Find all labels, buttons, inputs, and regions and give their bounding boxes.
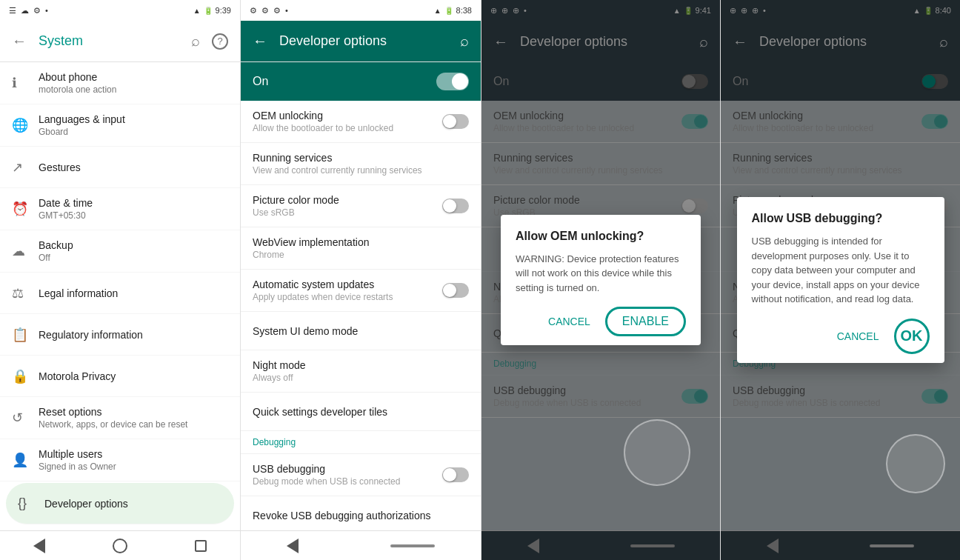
usb-dialog-actions: Cancel OK bbox=[752, 319, 930, 354]
dev-item-autoupdate-p2[interactable]: Automatic system updates Apply updates w… bbox=[241, 270, 481, 312]
legal-title: Legal information bbox=[39, 287, 228, 299]
dev-item-night-subtitle-p2: Always off bbox=[253, 373, 306, 383]
toggle-autoupdate-p2[interactable] bbox=[442, 283, 469, 298]
datetime-content: Date & time GMT+05:30 bbox=[39, 197, 228, 221]
dev-item-oem-title-p2: OEM unlocking bbox=[253, 110, 393, 121]
privacy-content: Motorola Privacy bbox=[39, 370, 228, 382]
settings-item-backup[interactable]: ☁ Backup Off bbox=[0, 230, 240, 273]
users-title: Multiple users bbox=[39, 448, 228, 460]
dev-items-p2: OEM unlocking Allow the bootloader to be… bbox=[241, 101, 481, 530]
oem-enable-button[interactable]: Enable bbox=[605, 307, 686, 336]
panel-system: ☰ ☁ ⚙ • ▲ 🔋 9:39 ← System ⌕ ? ℹ About ph… bbox=[0, 0, 241, 560]
dev-item-demo-title-p2: System UI demo mode bbox=[253, 325, 358, 337]
dev-item-color-content-p2: Picture color mode Use sRGB bbox=[253, 194, 339, 218]
users-icon: 👤 bbox=[12, 452, 39, 468]
settings-item-developer[interactable]: {} Developer options bbox=[6, 483, 234, 524]
back-icon-p2[interactable]: ← bbox=[253, 33, 267, 50]
settings-item-about[interactable]: ℹ About phone motorola one action bbox=[0, 62, 240, 104]
settings-item-reset[interactable]: ↺ Reset options Network, apps, or device… bbox=[0, 397, 240, 439]
oem-dialog: Allow OEM unlocking? WARNING: Device pro… bbox=[501, 215, 701, 346]
settings-item-datetime[interactable]: ⏰ Date & time GMT+05:30 bbox=[0, 188, 240, 230]
about-content: About phone motorola one action bbox=[39, 71, 228, 95]
settings-item-users[interactable]: 👤 Multiple users Signed in as Owner bbox=[0, 439, 240, 481]
app-bar-p2: ← Developer options ⌕ bbox=[241, 21, 481, 62]
toggle-autoupdate-thumb-p2 bbox=[443, 284, 456, 297]
toggle-oem-thumb-p2 bbox=[443, 115, 456, 128]
settings-item-languages[interactable]: 🌐 Languages & input Gboard bbox=[0, 104, 240, 147]
toggle-color-p2[interactable] bbox=[442, 199, 469, 213]
search-icon-p2[interactable]: ⌕ bbox=[460, 33, 469, 50]
nav-recent-p1[interactable] bbox=[195, 540, 207, 552]
status-bar-p2: ⚙ ⚙ ⚙ • ▲ 🔋 8:38 bbox=[241, 0, 481, 21]
dev-on-toggle-p2[interactable] bbox=[436, 73, 469, 90]
reset-subtitle: Network, apps, or device can be reset bbox=[39, 419, 228, 430]
nav-pill-p2 bbox=[390, 544, 435, 547]
legal-icon: ⚖ bbox=[12, 285, 39, 301]
datetime-icon: ⏰ bbox=[12, 201, 39, 217]
backup-subtitle: Off bbox=[39, 253, 228, 263]
dev-on-row-p2: On bbox=[241, 62, 481, 101]
users-subtitle: Signed in as Owner bbox=[39, 461, 228, 472]
status-icons-left-p2: ⚙ ⚙ ⚙ • bbox=[250, 6, 288, 16]
dev-item-running-title-p2: Running services bbox=[253, 152, 422, 164]
dev-on-thumb-p2 bbox=[452, 73, 468, 90]
gear-icon-p1: ⚙ bbox=[33, 6, 41, 16]
dev-item-oem-content-p2: OEM unlocking Allow the bootloader to be… bbox=[253, 110, 393, 133]
settings-item-legal[interactable]: ⚖ Legal information bbox=[0, 273, 240, 314]
oem-dialog-actions: Cancel Enable bbox=[516, 307, 686, 336]
debugging-section-header-p2: Debugging bbox=[241, 431, 481, 454]
backup-title: Backup bbox=[39, 239, 228, 251]
usb-dialog-overlay: Allow USB debugging? USB debugging is in… bbox=[721, 0, 960, 560]
reset-title: Reset options bbox=[39, 406, 228, 418]
usb-dialog-title: Allow USB debugging? bbox=[752, 212, 930, 225]
gear-icon-p2b: ⚙ bbox=[261, 6, 269, 16]
backup-icon: ☁ bbox=[12, 243, 39, 259]
notif-icon-p1: ☰ bbox=[9, 6, 16, 16]
dev-item-night-p2[interactable]: Night mode Always off bbox=[241, 350, 481, 393]
users-content: Multiple users Signed in as Owner bbox=[39, 448, 228, 472]
dev-item-usb-p2[interactable]: USB debugging Debug mode when USB is con… bbox=[241, 454, 481, 496]
app-bar-p1: ← System ⌕ ? bbox=[0, 21, 240, 62]
gestures-title: Gestures bbox=[39, 161, 228, 173]
oem-cancel-button[interactable]: Cancel bbox=[539, 307, 599, 336]
regulatory-title: Regulatory information bbox=[39, 329, 228, 341]
datetime-subtitle: GMT+05:30 bbox=[39, 210, 228, 221]
dev-item-color-p2[interactable]: Picture color mode Use sRGB bbox=[241, 185, 481, 227]
dev-item-usb-title-p2: USB debugging bbox=[253, 463, 400, 475]
languages-title: Languages & input bbox=[39, 113, 228, 125]
cloud-icon-p1: ☁ bbox=[21, 6, 29, 16]
settings-item-gestures[interactable]: ↗ Gestures bbox=[0, 147, 240, 188]
usb-cancel-button[interactable]: Cancel bbox=[828, 319, 888, 354]
privacy-icon: 🔒 bbox=[12, 368, 39, 384]
privacy-title: Motorola Privacy bbox=[39, 370, 228, 382]
dev-item-demo-p2[interactable]: System UI demo mode bbox=[241, 312, 481, 350]
dev-item-quicksettings-title-p2: Quick settings developer tiles bbox=[253, 406, 387, 418]
nav-back-p1[interactable] bbox=[33, 539, 45, 553]
dev-item-running-p2[interactable]: Running services View and control curren… bbox=[241, 143, 481, 185]
search-icon-p1[interactable]: ⌕ bbox=[191, 33, 200, 50]
gear-icon-p2a: ⚙ bbox=[250, 6, 257, 16]
dev-item-oem-p2[interactable]: OEM unlocking Allow the bootloader to be… bbox=[241, 101, 481, 143]
nav-back-p2[interactable] bbox=[287, 539, 299, 553]
dev-item-revoke-p2[interactable]: Revoke USB debugging authorizations bbox=[241, 496, 481, 530]
dev-item-oem-subtitle-p2: Allow the bootloader to be unlocked bbox=[253, 123, 393, 133]
dev-item-quicksettings-p2[interactable]: Quick settings developer tiles bbox=[241, 393, 481, 431]
help-icon-p1[interactable]: ? bbox=[212, 33, 228, 50]
dev-item-webview-p2[interactable]: WebView implementation Chrome bbox=[241, 227, 481, 270]
dev-item-usb-subtitle-p2: Debug mode when USB is connected bbox=[253, 476, 400, 487]
enable-circle-indicator bbox=[624, 419, 690, 486]
dot-icon-p1: • bbox=[45, 6, 48, 15]
dev-item-demo-content-p2: System UI demo mode bbox=[253, 325, 358, 337]
settings-item-privacy[interactable]: 🔒 Motorola Privacy bbox=[0, 356, 240, 397]
toggle-usb-p2[interactable] bbox=[442, 467, 469, 482]
nav-bar-p1 bbox=[0, 530, 240, 560]
nav-home-p1[interactable] bbox=[113, 539, 127, 553]
regulatory-icon: 📋 bbox=[12, 327, 39, 343]
oem-dialog-title: Allow OEM unlocking? bbox=[516, 230, 686, 243]
settings-item-regulatory[interactable]: 📋 Regulatory information bbox=[0, 314, 240, 356]
toggle-oem-p2[interactable] bbox=[442, 114, 469, 129]
usb-ok-button[interactable]: OK bbox=[894, 319, 930, 354]
gestures-icon: ↗ bbox=[12, 159, 39, 176]
oem-dialog-overlay: Allow OEM unlocking? WARNING: Device pro… bbox=[481, 0, 720, 560]
back-icon-p1[interactable]: ← bbox=[12, 33, 27, 50]
